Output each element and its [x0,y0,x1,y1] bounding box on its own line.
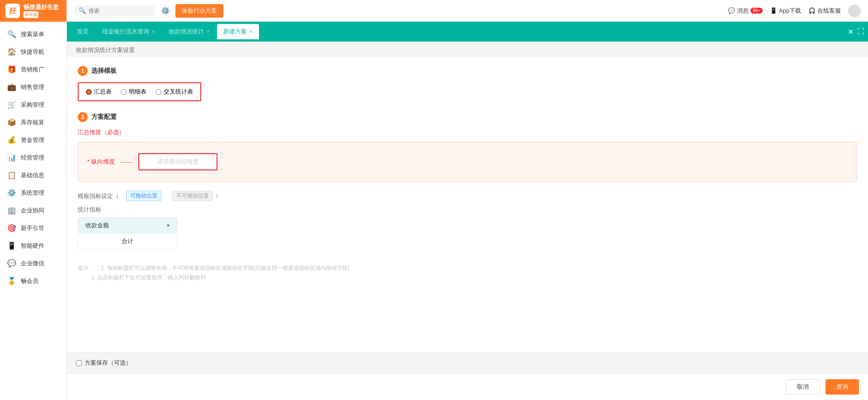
wechat-icon: 💬 [7,259,16,268]
search-icon: 🔍 [7,30,16,38]
sidebar-item-sales[interactable]: 💼销售管理 [0,78,66,96]
user-avatar[interactable] [848,5,861,17]
tab-home[interactable]: 首页 [71,24,95,39]
tab-close-new-plan[interactable]: × [250,28,253,35]
close-window-icon[interactable]: ✕ [848,28,854,36]
tab-label-cash-flow: 现金银行流水查询 [102,28,149,36]
metrics-title-text: 模板指标设定（ [78,193,119,199]
radio-detail-label: 明细表 [129,88,146,96]
step2-num: 2 [78,112,88,122]
member-icon: 🏅 [7,277,16,285]
sidebar-item-search[interactable]: 🔍搜索菜单 [0,25,66,43]
enterprise-icon: 🏢 [7,206,16,215]
sidebar-logo: 好 畅捷通好生意 标准版 [0,0,66,22]
sidebar-item-quick-nav[interactable]: 🏠快捷导航 [0,43,66,61]
step1-num: 1 [78,66,88,76]
sidebar-item-label-marketing: 营销推广 [21,66,44,74]
sidebar-item-enterprise[interactable]: 🏢企业协同 [0,202,66,219]
dimension-title-text: 汇总维度（必选） [78,129,125,136]
topbar-search-box[interactable]: 🔍 [74,5,156,16]
radio-summary-input[interactable] [86,89,92,95]
guide-icon: 🎯 [7,224,16,232]
sidebar-item-label-quick-nav: 快捷导航 [21,48,44,56]
radio-detail[interactable]: 明细表 [121,88,146,96]
sidebar-item-member[interactable]: 🏅畅会员 [0,272,66,290]
save-plan-label: 方案保存（可选） [85,359,132,367]
step2-header: 2 方案配置 [78,112,857,122]
radio-cross-label: 交叉统计表 [164,88,193,96]
sidebar-item-inventory[interactable]: 📦库存核算 [0,113,66,131]
main-area: 🔍 ⚙️ 体验行业方案 💬 消息 99+ 📱 App下载 🎧 在线客服 首页现金… [67,0,868,400]
sidebar-item-label-guide: 新手引导 [21,224,44,232]
sidebar-item-label-member: 畅会员 [21,277,38,285]
tip2: 2. 点击标题栏下拉可设置排序、插入列和删除列 [78,274,857,282]
tab-close-cash-flow[interactable]: × [152,28,155,35]
tab-payment-stats[interactable]: 收款情况统计× [162,24,216,39]
tip1: 提示： 1. 拖动标题栏可以调整布局，不可跨维度或指标区域拖动目字段(只能在同一… [78,264,857,272]
radio-detail-input[interactable] [121,89,127,95]
logo-badge: 标准版 [24,11,38,18]
sidebar-item-label-search: 搜索菜单 [21,30,44,38]
dropdown-icon[interactable]: ▾ [167,222,170,229]
marketing-icon: 🎁 [7,65,16,74]
cancel-button[interactable]: 取消 [786,379,820,395]
drag-separator [164,192,170,200]
basic-info-icon: 📋 [7,171,16,179]
sidebar-item-purchase[interactable]: 🛒采购管理 [0,96,66,113]
tip1-text: 1. 拖动标题栏可以调整布局，不可跨维度或指标区域拖动目字段(只能在同一维度或指… [101,265,349,271]
metrics-column-header: 收款金额 [85,221,109,230]
step1-title: 选择模板 [91,67,117,75]
sidebar-item-guide[interactable]: 🎯新手引导 [0,219,66,237]
message-btn[interactable]: 💬 消息 99+ [728,7,763,15]
maximize-icon[interactable]: ⛶ [857,28,864,36]
operation-icon: 📊 [7,153,16,162]
dimension-title: 汇总维度（必选） [78,128,857,136]
tips-section: 提示： 1. 拖动标题栏可以调整布局，不可跨维度或指标区域拖动目字段(只能在同一… [78,260,857,288]
settings-icon[interactable]: ⚙️ [161,6,170,15]
search-input[interactable] [89,8,151,14]
sidebar-item-label-finance: 资金管理 [21,136,44,144]
metrics-section-label: 统计指标 [78,206,101,213]
sidebar-item-hardware[interactable]: 📱智能硬件 [0,237,66,254]
sidebar-item-finance[interactable]: 💰资金管理 [0,131,66,149]
download-icon: 📱 [770,7,777,14]
sidebar-item-wechat[interactable]: 💬企业微信 [0,254,66,272]
metrics-table-header[interactable]: 收款金额 ▾ [78,218,177,233]
sidebar-item-marketing[interactable]: 🎁营销推广 [0,61,66,78]
step1-header: 1 选择模板 [78,66,857,76]
service-label: 在线客服 [817,7,841,15]
service-icon: 🎧 [808,7,816,14]
query-button[interactable]: 查询 [826,379,859,395]
industry-btn[interactable]: 体验行业方案 [175,4,223,18]
hardware-icon: 📱 [7,241,16,250]
logo-icon: 好 [5,4,20,18]
form-card: 1 选择模板 汇总表 明细表 交叉统计表 [67,57,868,352]
sidebar-item-basic-info[interactable]: 📋基础信息 [0,166,66,184]
step1-section: 1 选择模板 汇总表 明细表 交叉统计表 [78,66,857,101]
radio-cross-input[interactable] [156,89,161,95]
tab-new-plan[interactable]: 新建方案× [217,24,259,39]
draggable-chip: 可拖动位置 [126,191,161,201]
radio-cross[interactable]: 交叉统计表 [156,88,193,96]
action-bar: 取消 查询 [67,373,868,400]
purchase-icon: 🛒 [7,100,16,109]
tab-cash-flow[interactable]: 现金银行流水查询× [96,24,161,39]
metrics-config: 模板指标设定（ 可拖动位置 不可拖动位置 ） 统计指标 [78,191,857,251]
service-btn[interactable]: 🎧 在线客服 [808,7,841,15]
metrics-table-row: 合计 [78,233,177,249]
tabbar-right: ✕ ⛶ [848,28,864,36]
page-breadcrumb: 收款情况统计方案设置 [67,42,868,57]
tab-close-payment-stats[interactable]: × [207,28,210,35]
tabbar: 首页现金银行流水查询×收款情况统计×新建方案× ✕ ⛶ [67,22,868,42]
radio-summary[interactable]: 汇总表 [86,88,112,96]
sidebar-item-label-enterprise: 企业协同 [21,207,44,215]
sidebar-item-label-inventory: 库存核算 [21,118,44,127]
inventory-icon: 📦 [7,118,16,127]
save-plan-checkbox-label[interactable]: 方案保存（可选） [76,359,132,367]
sidebar-item-system[interactable]: ⚙️系统管理 [0,184,66,202]
download-btn[interactable]: 📱 App下载 [770,7,801,15]
dimension-placeholder[interactable]: 请选择分组维度 [138,153,217,170]
message-label: 消息 [737,7,749,15]
save-plan-checkbox[interactable] [76,360,82,366]
sidebar-item-operation[interactable]: 📊经营管理 [0,149,66,166]
